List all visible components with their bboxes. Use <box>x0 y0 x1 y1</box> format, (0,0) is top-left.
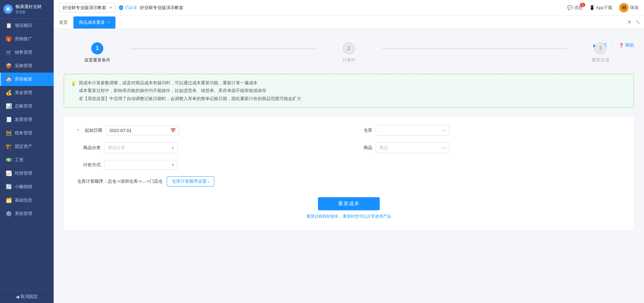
tab-home[interactable]: 首页 <box>54 16 73 29</box>
user-avatar-button[interactable]: 🐻 珠珠 <box>619 3 639 12</box>
assets-icon: 🏗️ <box>6 143 12 149</box>
ellipsis-icon[interactable]: ··· <box>441 127 446 133</box>
step-3-label: 重算完成 <box>592 57 609 63</box>
sidebar-item-accounting[interactable]: 📊 总账管理 <box>0 99 54 113</box>
cancel-pin-button[interactable]: ◀ 取消固定 <box>0 290 54 303</box>
sidebar-item-operation[interactable]: 📈 经营管理 <box>0 167 54 180</box>
form-row-3: 计价方式 ▾ <box>77 160 621 170</box>
calc-order-settings-button[interactable]: 仓库计算顺序设置 › <box>167 176 214 186</box>
shield-icon <box>118 5 124 10</box>
start-date-field: * 起始日期 2022-07-01 📅 <box>77 126 345 135</box>
product-label: 商品 <box>352 145 372 151</box>
sidebar-item-system[interactable]: ⚙️ 系统管理 <box>0 207 54 220</box>
sidebar-item-label: 采购管理 <box>15 63 32 69</box>
sidebar-item-tax[interactable]: 🧮 税务管理 <box>0 126 54 140</box>
sidebar-item-finance[interactable]: 💰 资金管理 <box>0 86 54 99</box>
expand-icon[interactable]: ⤡ <box>636 19 640 25</box>
message-icon: 💬 <box>567 5 573 10</box>
tab-home-label: 首页 <box>59 19 68 26</box>
step-3-circle: 3 <box>594 42 606 54</box>
info-text-2: 成本重算过程中，影响库存账的操作均不能操作，比如进货单、销货单、库存单据不能审核… <box>79 87 301 94</box>
sidebar-item-sales[interactable]: 🛒 销售管理 <box>0 46 54 59</box>
product-field: 商品 商品 ··· <box>352 142 621 153</box>
message-button[interactable]: 💬 消息 1 <box>567 5 583 11</box>
calc-order-label: 仓库计算顺序：总仓->深圳仓库->...->门店仓 <box>77 178 163 184</box>
system-icon: ⚙️ <box>6 211 12 217</box>
warehouse-label: 仓库 <box>352 127 372 133</box>
sidebar-item-assets[interactable]: 🏗️ 固定资产 <box>0 140 54 153</box>
form-row-2: 商品分类 商品分类 ▾ 商品 商品 ··· <box>77 142 621 153</box>
pricing-field: 计价方式 ▾ <box>77 160 345 170</box>
tab-cost-recalc[interactable]: 商品成本重算 × <box>73 16 116 29</box>
steps: 1 设置重算条件 2 计算中 3 重算完成 <box>64 37 634 63</box>
top-bar: 好业财专业版演示帐套 ▾ 已认证 好业财专业版演示帐套 💬 消息 1 📱 App… <box>54 0 644 15</box>
calendar-icon: 📅 <box>170 128 176 133</box>
top-bar-right: 💬 消息 1 📱 App下载 🐻 珠珠 <box>567 3 639 12</box>
pricing-label: 计价方式 <box>77 162 101 168</box>
question-icon: ❓ <box>619 43 624 48</box>
start-date-label: 起始日期 <box>82 127 102 133</box>
chevron-down-icon: ▾ <box>110 5 112 10</box>
verified-badge: 已认证 <box>118 5 137 10</box>
chevron-down-icon2: ▾ <box>172 162 174 167</box>
submit-button[interactable]: 重算成本 <box>318 197 380 210</box>
expenses-icon: 🔄 <box>6 184 12 190</box>
sidebar-item-project[interactable]: 📋 项目顾问 <box>0 19 54 32</box>
sidebar-item-expenses[interactable]: 🔄 小畅报销 <box>0 180 54 193</box>
sidebar-item-invoice[interactable]: 🧾 发票管理 <box>0 113 54 126</box>
form-row-1: * 起始日期 2022-07-01 📅 仓库 ··· <box>77 125 621 136</box>
step-line-1 <box>131 48 315 49</box>
sidebar-item-basic[interactable]: 🗂️ 基础信息 <box>0 193 54 207</box>
phone-icon: 📱 <box>589 5 595 10</box>
chevron-down-icon: ▾ <box>172 145 174 150</box>
tab-bar: 首页 商品成本重算 × ✕ ⤡ <box>54 15 644 29</box>
sidebar-item-purchase[interactable]: 📦 采购管理 <box>0 59 54 73</box>
info-text-1: 因成本计算参数调整，或是对商品成本有疑问时，可以通过成本重算功能，重新计算一遍成… <box>79 79 301 87</box>
step-1-label: 设置重算条件 <box>84 57 110 63</box>
step-2-label: 计算中 <box>342 57 356 63</box>
step-2: 2 计算中 <box>315 42 382 63</box>
operation-icon: 📈 <box>6 170 12 176</box>
sidebar-item-salary[interactable]: 💵 工资 <box>0 153 54 167</box>
start-date-value: 2022-07-01 <box>109 128 132 133</box>
category-select[interactable]: 商品分类 ▾ <box>104 142 178 153</box>
calc-order-btn-label: 仓库计算顺序设置 <box>172 178 207 184</box>
submit-label: 重算成本 <box>338 201 360 206</box>
category-placeholder: 商品分类 <box>108 145 125 151</box>
message-badge: 1 <box>580 3 585 7</box>
pricing-select[interactable]: ▾ <box>104 160 178 170</box>
main-area: 好业财专业版演示帐套 ▾ 已认证 好业财专业版演示帐套 💬 消息 1 📱 App… <box>54 0 644 303</box>
inventory-icon: 🏠 <box>6 76 12 82</box>
step-line-2 <box>382 48 567 49</box>
purchase-icon: 📦 <box>6 63 12 69</box>
product-input[interactable]: 商品 ··· <box>376 142 449 153</box>
sidebar-item-label: 总账管理 <box>15 103 32 109</box>
logo-sub: 专业版 <box>15 10 42 14</box>
warehouse-input[interactable]: ··· <box>376 125 449 136</box>
step-1-circle: 1 <box>91 42 103 54</box>
user-name: 珠珠 <box>630 5 639 11</box>
tax-icon: 🧮 <box>6 130 12 136</box>
sidebar-item-label: 资金管理 <box>15 90 32 96</box>
tab-cost-recalc-label: 商品成本重算 <box>79 19 105 26</box>
account-selector[interactable]: 好业财专业版演示帐套 ▾ <box>59 3 116 12</box>
ellipsis-icon2[interactable]: ··· <box>441 145 446 151</box>
help-button[interactable]: ❓ 帮助 <box>619 42 634 48</box>
tab-close-icon[interactable]: × <box>108 20 110 25</box>
info-text-3: 若【系统设置】中启用了自动调整记账日期时，会调整入库单的整单记账日期，因此重新计… <box>79 95 301 102</box>
sidebar-item-marketing[interactable]: 🎁 营销推广 <box>0 32 54 46</box>
sidebar-item-inventory[interactable]: 🏠 库存核算 <box>0 73 54 86</box>
sidebar-item-label: 工资 <box>15 157 23 163</box>
sidebar-item-label: 销售管理 <box>15 49 32 55</box>
app-download-label: App下载 <box>596 5 612 11</box>
sidebar-item-label: 小畅报销 <box>15 184 32 190</box>
step-2-circle: 2 <box>343 42 355 54</box>
marketing-icon: 🎁 <box>6 36 12 42</box>
sidebar-item-label: 固定资产 <box>15 143 32 149</box>
close-window-icon[interactable]: ✕ <box>627 19 632 25</box>
sidebar-item-label: 库存核算 <box>15 76 32 82</box>
start-date-input[interactable]: 2022-07-01 📅 <box>106 126 179 135</box>
app-download-button[interactable]: 📱 App下载 <box>589 5 612 11</box>
sidebar-item-label: 营销推广 <box>15 36 32 42</box>
logo-icon: 畅 <box>3 4 13 14</box>
